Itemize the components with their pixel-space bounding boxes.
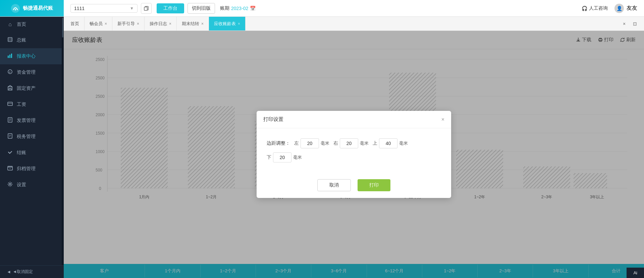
tab-guide-close[interactable]: × [137, 21, 139, 26]
sidebar-item-label-report: 报表中心 [17, 53, 36, 59]
tab-ar-aging-close[interactable]: × [238, 21, 240, 26]
top-margin-unit: 毫米 [399, 140, 408, 146]
sidebar-item-invoice[interactable]: 发票管理 [0, 113, 62, 129]
svg-rect-12 [8, 102, 12, 106]
company-name: 1111 [74, 6, 127, 11]
tabs-close-button[interactable]: × [620, 20, 628, 28]
switch-old-button[interactable]: 切到旧版 [187, 3, 215, 14]
tab-operation-log[interactable]: 操作日志 × [145, 17, 177, 30]
page-content: 应收账龄表 下载 [64, 31, 644, 278]
sidebar-item-settings[interactable]: 设置 [0, 177, 62, 193]
main-layout: ⌂ 首页 总账 报表中心 ¥ [0, 17, 644, 278]
top-margin-group: 上 毫米 [373, 138, 408, 148]
consulting-button[interactable]: 🎧 人工咨询 [582, 5, 608, 11]
tab-operation-log-close[interactable]: × [169, 21, 171, 26]
tab-home[interactable]: 首页 [65, 17, 85, 30]
settings-icon [7, 182, 13, 188]
print-settings-dialog: 打印设置 × 边距调整： 左 毫米 [257, 111, 451, 198]
modal-close-button[interactable]: × [441, 117, 444, 123]
bottom-margin-unit: 毫米 [293, 154, 302, 160]
tab-member-close[interactable]: × [105, 21, 107, 26]
modal-footer: 取消 打印 [257, 172, 451, 198]
left-direction-label: 左 [294, 140, 299, 146]
right-margin-unit: 毫米 [360, 140, 369, 146]
sidebar-item-archive[interactable]: 归档管理 [0, 161, 62, 177]
svg-rect-18 [8, 134, 12, 138]
tab-guide[interactable]: 新手引导 × [112, 17, 145, 30]
sidebar-items: ⌂ 首页 总账 报表中心 ¥ [0, 17, 62, 265]
sidebar-item-label-fund: 资金管理 [17, 69, 36, 75]
sidebar-item-tax[interactable]: 税务管理 [0, 129, 62, 145]
tab-guide-label: 新手引导 [117, 21, 135, 27]
copy-button[interactable] [141, 3, 152, 14]
consulting-label: 人工咨询 [589, 5, 608, 11]
margin-label: 边距调整： [267, 140, 290, 146]
headset-icon: 🎧 [582, 6, 587, 11]
company-selector[interactable]: 1111 ▼ [70, 4, 138, 13]
svg-rect-7 [9, 55, 10, 58]
sidebar-item-payroll[interactable]: 工资 [0, 96, 62, 113]
payroll-icon [7, 101, 13, 108]
ai-badge[interactable]: Ai [627, 268, 644, 278]
chart-icon [7, 53, 13, 60]
copy-icon [144, 6, 149, 11]
svg-rect-3 [8, 38, 12, 42]
ai-badge-label: Ai [633, 270, 637, 275]
tab-period-end[interactable]: 期末结转 × [177, 17, 209, 30]
sidebar-item-label-settings: 设置 [17, 182, 26, 188]
logo-icon [11, 4, 20, 13]
tab-period-end-label: 期末结转 [182, 21, 199, 27]
modal-body: 边距调整： 左 毫米 右 毫米 [257, 128, 451, 172]
invoice-icon [7, 117, 13, 124]
avatar: 👤 [614, 4, 624, 13]
collapse-icon: ◄ [7, 269, 11, 274]
logo-text: 畅捷通易代账 [23, 5, 53, 11]
bottom-margin-group: 下 毫米 [267, 152, 302, 162]
tab-operation-log-label: 操作日志 [150, 21, 167, 27]
bottom-direction-label: 下 [267, 154, 271, 160]
user-name: 友友 [627, 5, 637, 12]
sidebar-item-home[interactable]: ⌂ 首页 [0, 17, 62, 32]
tab-period-end-close[interactable]: × [201, 21, 204, 26]
sidebar: ⌂ 首页 总账 报表中心 ¥ [0, 17, 64, 278]
sidebar-item-fund-management[interactable]: ¥ 资金管理 [0, 64, 62, 80]
left-margin-unit: 毫米 [321, 140, 329, 146]
bottom-margin-input[interactable] [273, 152, 291, 162]
period-info: 账期 2023-02 📅 [220, 5, 256, 11]
period-value: 2023-02 [231, 6, 248, 11]
right-margin-input[interactable] [340, 138, 358, 148]
sidebar-item-general-ledger[interactable]: 总账 [0, 32, 62, 48]
confirm-print-button[interactable]: 打印 [358, 179, 390, 191]
user-info[interactable]: 👤 友友 [614, 4, 637, 13]
archive-icon [7, 165, 13, 172]
tab-home-label: 首页 [70, 21, 79, 27]
content-area: 首页 畅会员 × 新手引导 × 操作日志 × 期末结转 × 应收账龄表 × [64, 17, 644, 278]
sidebar-item-report-center[interactable]: 报表中心 [0, 48, 62, 64]
building-icon [7, 85, 13, 92]
modal-overlay: 打印设置 × 边距调整： 左 毫米 [64, 31, 644, 278]
sidebar-inner: ⌂ 首页 总账 报表中心 ¥ [0, 17, 64, 265]
workbench-button[interactable]: 工作台 [157, 3, 184, 13]
sidebar-item-fixed-assets[interactable]: 固定资产 [0, 80, 62, 96]
top-margin-input[interactable] [379, 138, 397, 148]
sidebar-scroll-thumb [62, 17, 63, 38]
calendar-icon[interactable]: 📅 [250, 6, 256, 11]
top-header: 畅捷通易代账 1111 ▼ 工作台 切到旧版 账期 2023-02 📅 🎧 人工… [0, 0, 644, 17]
left-margin-input[interactable] [301, 138, 319, 148]
tab-ar-aging[interactable]: 应收账龄表 × [209, 17, 246, 30]
right-margin-group: 右 毫米 [333, 138, 369, 148]
cancel-button[interactable]: 取消 [317, 179, 351, 191]
header-right: 🎧 人工咨询 👤 友友 [582, 4, 644, 13]
sidebar-item-label-invoice: 发票管理 [17, 118, 36, 124]
tabs-actions: × ⊡ [620, 20, 642, 28]
tab-member[interactable]: 畅会员 × [85, 17, 112, 30]
home-icon: ⌂ [7, 21, 13, 27]
tabs-expand-button[interactable]: ⊡ [631, 20, 639, 28]
sidebar-item-label-assets: 固定资产 [17, 85, 36, 91]
sidebar-item-checkout[interactable]: 结账 [0, 145, 62, 161]
tabs-bar: 首页 畅会员 × 新手引导 × 操作日志 × 期末结转 × 应收账龄表 × [64, 17, 644, 31]
svg-point-22 [9, 184, 11, 185]
collapse-sidebar-button[interactable]: ◄ ◄取消固定 [0, 265, 64, 278]
sidebar-item-label-home: 首页 [17, 21, 26, 27]
sidebar-item-label-archive: 归档管理 [17, 166, 36, 172]
